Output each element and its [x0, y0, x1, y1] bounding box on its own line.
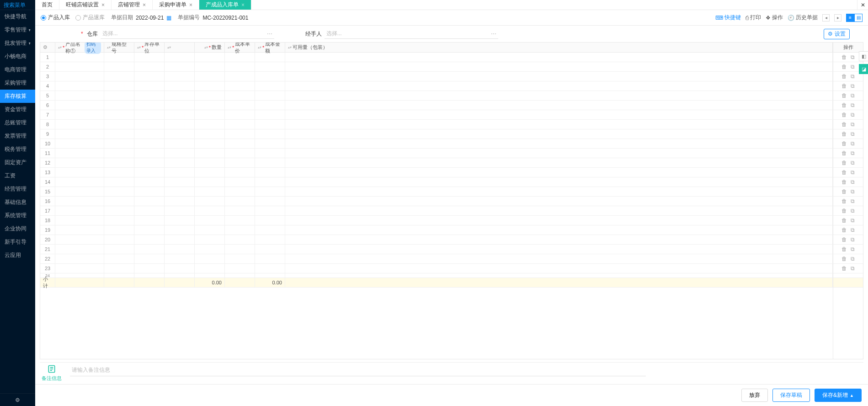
sidebar-item-2[interactable]: 批发管理▾	[0, 37, 35, 50]
col-qty[interactable]: ▴▾*数量	[195, 43, 225, 52]
col-blank[interactable]: ▴▾	[165, 43, 195, 52]
sidebar-item-15[interactable]: 系统管理	[0, 209, 35, 222]
table-row[interactable]: 6	[40, 101, 833, 110]
table-row[interactable]: 2	[40, 62, 833, 72]
copy-icon[interactable]: ⧉	[851, 150, 855, 156]
sidebar-item-16[interactable]: 企业协同	[0, 222, 35, 235]
copy-icon[interactable]: ⧉	[851, 92, 855, 99]
close-icon[interactable]: ×	[189, 2, 192, 8]
sidebar-item-14[interactable]: 基础信息	[0, 196, 35, 209]
delete-icon[interactable]: 🗑	[841, 265, 847, 272]
radio-product-in[interactable]: 产品入库	[41, 14, 70, 21]
delete-icon[interactable]: 🗑	[841, 208, 847, 214]
col-unit[interactable]: ▴▾*库存单位	[134, 43, 165, 52]
close-icon[interactable]: ×	[143, 2, 146, 8]
copy-icon[interactable]: ⧉	[851, 169, 855, 176]
delete-icon[interactable]: 🗑	[841, 179, 847, 185]
table-row[interactable]: 12	[40, 158, 833, 168]
save-draft-button[interactable]: 保存草稿	[772, 389, 810, 402]
tab-2[interactable]: 店铺管理×	[112, 0, 153, 10]
copy-icon[interactable]: ⧉	[851, 227, 855, 233]
sidebar-item-8[interactable]: 总账管理	[0, 116, 35, 129]
copy-icon[interactable]: ⧉	[851, 236, 855, 243]
sidebar-item-18[interactable]: 云应用	[0, 249, 35, 262]
sidebar-item-17[interactable]: 新手引导	[0, 235, 35, 249]
table-row[interactable]: 16	[40, 197, 833, 206]
table-row[interactable]: 22	[40, 254, 833, 264]
table-row[interactable]: 5	[40, 91, 833, 101]
radio-product-out[interactable]: 产品退库	[75, 14, 105, 21]
delete-icon[interactable]: 🗑	[841, 112, 847, 118]
sidebar-item-0[interactable]: 快捷导航	[0, 10, 35, 23]
delete-icon[interactable]: 🗑	[841, 102, 847, 108]
close-icon[interactable]: ×	[101, 2, 105, 8]
copy-icon[interactable]: ⧉	[851, 256, 855, 262]
close-icon[interactable]: ×	[241, 2, 245, 8]
hotkey-link[interactable]: ⌨ 快捷键	[715, 14, 741, 21]
delete-icon[interactable]: 🗑	[841, 73, 847, 80]
copy-icon[interactable]: ⧉	[851, 131, 855, 137]
print-link[interactable]: ⎙ 打印	[746, 14, 761, 21]
sidebar-item-10[interactable]: 税务管理	[0, 143, 35, 156]
table-row[interactable]: 14	[40, 177, 833, 187]
table-row[interactable]: 3	[40, 72, 833, 81]
copy-icon[interactable]: ⧉	[851, 246, 855, 252]
copy-icon[interactable]: ⧉	[851, 179, 855, 185]
table-row[interactable]: 24	[40, 273, 833, 278]
operate-link[interactable]: ❖ 操作	[766, 14, 783, 21]
table-row[interactable]: 11	[40, 149, 833, 158]
table-row[interactable]: 21	[40, 245, 833, 254]
col-price[interactable]: ▴▾*成本单价	[225, 43, 255, 52]
col-product-name[interactable]: ▴▾*产品名称①扫码录入	[55, 43, 104, 52]
copy-icon[interactable]: ⧉	[851, 160, 855, 166]
sidebar-item-4[interactable]: 电商管理	[0, 63, 35, 76]
delete-icon[interactable]: 🗑	[841, 160, 847, 166]
sidebar-item-12[interactable]: 工资	[0, 169, 35, 182]
tab-3[interactable]: 采购申请单×	[153, 0, 199, 10]
table-row[interactable]: 9	[40, 129, 833, 139]
delete-icon[interactable]: 🗑	[841, 198, 847, 204]
table-row[interactable]: 23	[40, 264, 833, 273]
settings-button[interactable]: ⚙ 设置	[824, 29, 850, 39]
delete-icon[interactable]: 🗑	[841, 188, 847, 195]
sidebar-item-13[interactable]: 经营管理	[0, 182, 35, 196]
delete-icon[interactable]: 🗑	[841, 121, 847, 128]
next-doc[interactable]: ▸	[834, 14, 841, 21]
copy-icon[interactable]: ⧉	[851, 265, 855, 272]
table-row[interactable]: 20	[40, 235, 833, 245]
delete-icon[interactable]: 🗑	[841, 131, 847, 137]
table-row[interactable]: 18	[40, 216, 833, 225]
tab-4[interactable]: 产成品入库单×	[199, 0, 251, 10]
delete-icon[interactable]: 🗑	[841, 64, 847, 70]
sidebar-item-9[interactable]: 发票管理	[0, 129, 35, 143]
rail-btn-2[interactable]: ◪	[859, 64, 868, 74]
scan-tag[interactable]: 扫码录入	[85, 43, 101, 54]
tab-1[interactable]: 旺铺店铺设置×	[59, 0, 112, 10]
delete-icon[interactable]: 🗑	[841, 92, 847, 99]
table-row[interactable]: 8	[40, 120, 833, 129]
copy-icon[interactable]: ⧉	[851, 208, 855, 214]
copy-icon[interactable]: ⧉	[851, 121, 855, 128]
copy-icon[interactable]: ⧉	[851, 73, 855, 80]
sidebar-item-5[interactable]: 采购管理	[0, 76, 35, 90]
tabbar-close-all[interactable]: ✕	[857, 0, 868, 10]
delete-icon[interactable]: 🗑	[841, 246, 847, 252]
sidebar-item-7[interactable]: 资金管理	[0, 103, 35, 116]
table-row[interactable]: 19	[40, 225, 833, 235]
copy-icon[interactable]: ⧉	[851, 112, 855, 118]
table-row[interactable]: 15	[40, 187, 833, 197]
calendar-icon[interactable]: ▦	[166, 15, 171, 21]
col-amount[interactable]: ▴▾*成本金额	[255, 43, 285, 52]
delete-icon[interactable]: 🗑	[841, 236, 847, 243]
delete-icon[interactable]: 🗑	[841, 217, 847, 224]
copy-icon[interactable]: ⧉	[851, 83, 855, 89]
prev-doc[interactable]: ◂	[822, 14, 830, 21]
col-available[interactable]: ▴▾可用量（包装）	[285, 43, 833, 52]
copy-icon[interactable]: ⧉	[851, 217, 855, 224]
sidebar-search[interactable]: 搜索菜单	[0, 0, 35, 10]
table-row[interactable]: 7	[40, 110, 833, 120]
sidebar-item-3[interactable]: 小畅电商	[0, 50, 35, 63]
rail-btn-1[interactable]: ◧	[859, 51, 868, 61]
table-row[interactable]: 10	[40, 139, 833, 149]
sidebar-item-11[interactable]: 固定资产	[0, 156, 35, 169]
